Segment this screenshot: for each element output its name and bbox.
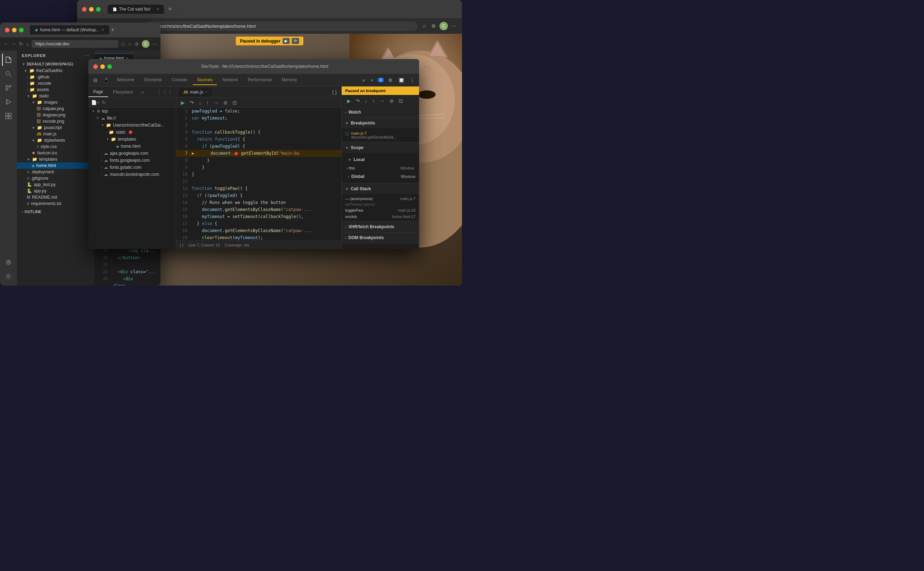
sidebar-item-stylecss[interactable]: # style.css — [17, 144, 94, 150]
code-tab-close-btn[interactable]: × — [205, 90, 207, 94]
sources-tab-filesystem[interactable]: Filesystem — [108, 88, 138, 97]
vscode-back-btn[interactable]: ← — [3, 41, 8, 47]
sources-new-snippet-btn[interactable]: 📄+ — [91, 100, 99, 105]
devtools-screenshot-btn[interactable]: 🔲 — [397, 76, 406, 84]
debug-step-into-btn[interactable]: ↓ — [197, 99, 203, 106]
vscode-tl-yellow[interactable] — [12, 28, 17, 32]
devtools-tab-performance[interactable]: Performance — [243, 75, 276, 85]
settings-icon[interactable]: ⚙ — [430, 22, 437, 30]
sidebar-item-mainjs[interactable]: JS main.js — [17, 131, 94, 137]
right-panel-more-btn[interactable]: ⊡ — [397, 97, 405, 105]
debug-step-btn[interactable]: → — [212, 99, 220, 106]
sources-tree-templates[interactable]: ▼ 📁 templates — [88, 136, 176, 143]
scope-section-header[interactable]: ▼ Scope — [342, 142, 419, 153]
sidebar-item-github[interactable]: › 📁 .github — [17, 74, 94, 80]
browser-tab-close[interactable]: × — [156, 7, 159, 12]
vscode-forward-btn[interactable]: → — [11, 41, 16, 47]
vscode-more-icon[interactable]: ⋯ — [152, 42, 157, 47]
breakpoints-section-header[interactable]: ▼ Breakpoints — [342, 118, 419, 128]
activity-git-icon[interactable] — [2, 82, 15, 94]
cs-item-togglepaw[interactable]: togglePaw main.js:16 — [342, 207, 419, 213]
vscode-tl-green[interactable] — [19, 28, 23, 32]
cs-item-anonymous[interactable]: — (anonymous) main.js:7 — [342, 196, 419, 202]
sources-tree-static[interactable]: › 📁 static — [88, 129, 176, 136]
sidebar-more-btn[interactable]: ··· — [85, 54, 89, 58]
sources-tree-fonts-google[interactable]: › ☁ fonts.googleapis.com — [88, 157, 176, 164]
sidebar-item-assets[interactable]: › 📁 assets — [17, 86, 94, 93]
browser-tab-active[interactable]: 📄 The Cat said No! × — [108, 5, 164, 14]
dt-tl-green[interactable] — [107, 64, 112, 69]
devtools-add-tab-btn[interactable]: + — [369, 76, 375, 84]
vscode-home-btn[interactable]: ⌂ — [26, 41, 29, 47]
sources-tree-fonts-gstatic[interactable]: › ☁ fonts.gstatic.com — [88, 164, 176, 171]
devtools-devices-btn[interactable]: 📱 — [101, 76, 111, 84]
vscode-editor-tab[interactable]: ◈ home.html — default (Worksp... × — [30, 25, 109, 34]
vscode-profile-icon[interactable]: C — [142, 40, 150, 48]
right-panel-deactivate-btn[interactable]: ⊘ — [388, 97, 396, 105]
vscode-bookmark-icon[interactable]: ☆ — [128, 42, 132, 47]
watch-section-header[interactable]: › Watch — [342, 107, 419, 117]
right-panel-step-over-btn[interactable]: ↷ — [354, 97, 362, 105]
sidebar-item-apptest[interactable]: 🐍 app_test.py — [17, 181, 94, 188]
sidebar-item-stylesheets[interactable]: ▼ 📁 stylesheets — [17, 137, 94, 144]
activity-debug-icon[interactable] — [2, 96, 15, 108]
sources-tab-options[interactable]: ⋮⋮⋮ — [153, 86, 176, 97]
devtools-settings-btn[interactable]: ⚙ — [387, 76, 394, 84]
vscode-new-tab-btn[interactable]: + — [109, 27, 116, 33]
sidebar-item-catpaw[interactable]: 🖼 catpaw.png — [17, 105, 94, 112]
traffic-light-yellow[interactable] — [89, 7, 94, 12]
sources-tree-users[interactable]: ▼ 📁 Users/chris/src/theCatSaidNo/... — [88, 122, 176, 129]
debug-more-btn[interactable]: ⊡ — [231, 99, 238, 106]
sidebar-item-deployment[interactable]: ≡ .deployment — [17, 169, 94, 175]
sidebar-item-dogpaw[interactable]: 🖼 dogpaw.png — [17, 112, 94, 118]
sidebar-item-javascript[interactable]: ▼ 📁 javascript — [17, 125, 94, 131]
dt-tl-yellow[interactable] — [100, 64, 105, 69]
activity-settings-icon[interactable] — [2, 270, 15, 283]
devtools-tab-welcome[interactable]: Welcome — [113, 75, 139, 85]
xhr-section-header[interactable]: › XHR/fetch Breakpoints — [342, 222, 419, 232]
devtools-tab-console[interactable]: Console — [167, 75, 192, 85]
sidebar-item-vscode[interactable]: › 📁 .vscode — [17, 80, 94, 86]
vscode-reload-btn[interactable]: ↻ — [19, 41, 23, 47]
more-options-icon[interactable]: ⋯ — [450, 22, 458, 30]
cs-item-onclick[interactable]: onclick home.html:17 — [342, 213, 419, 220]
sidebar-item-vscode-png[interactable]: 🖼 vscode.png — [17, 118, 94, 125]
devtools-more-btn[interactable]: ⋮ — [409, 76, 416, 84]
sidebar-outline-header[interactable]: › OUTLINE — [17, 208, 94, 215]
right-panel-step-into-btn[interactable]: ↓ — [363, 97, 369, 105]
vscode-share-icon[interactable]: ⬡ — [121, 42, 125, 47]
profile-icon[interactable]: C — [440, 22, 448, 30]
vscode-tab-close-btn[interactable]: × — [102, 28, 104, 32]
debug-deactivate-btn[interactable]: ⊘ — [222, 99, 229, 106]
sidebar-item-templates[interactable]: ▼ 📁 templates — [17, 156, 94, 162]
sidebar-item-static[interactable]: ▼ 📁 static — [17, 93, 94, 99]
vscode-settings-icon[interactable]: ⚙ — [135, 42, 139, 47]
browser-address-bar[interactable] — [145, 22, 418, 31]
debug-resume-btn[interactable]: ▶ — [179, 99, 186, 106]
code-format-btn[interactable]: { } — [330, 88, 339, 96]
devtools-tab-network[interactable]: Network — [218, 75, 242, 85]
sources-tab-page[interactable]: Page — [88, 87, 108, 97]
scope-local-header[interactable]: ▼ Local — [342, 154, 419, 165]
sidebar-item-requirements[interactable]: ≡ requirements.txt — [17, 201, 94, 207]
dt-tl-red[interactable] — [93, 64, 98, 69]
dom-section-header[interactable]: › DOM Breakpoints — [342, 232, 419, 243]
breakpoint-item-1[interactable]: ☑ main.js:7 document.getElementById(... — [342, 130, 419, 140]
sidebar-item-homehtml[interactable]: ◈ home.html — [17, 162, 94, 169]
scope-global-header[interactable]: › Global Window — [342, 171, 419, 182]
devtools-tab-elements[interactable]: Elements — [140, 75, 166, 85]
activity-explorer-icon[interactable] — [2, 54, 15, 66]
sources-tree-file[interactable]: ▼ ☁ file:// — [88, 115, 176, 122]
sidebar-item-images[interactable]: ▼ 📁 images — [17, 99, 94, 105]
debug-step-over-btn[interactable]: ↷ — [188, 99, 196, 106]
vscode-tl-red[interactable] — [5, 28, 9, 32]
sidebar-item-gitignore[interactable]: ≡ .gitignore — [17, 175, 94, 181]
activity-extensions-icon[interactable] — [2, 110, 15, 122]
sources-tree-ajax[interactable]: › ☁ ajax.googleapis.com — [88, 150, 176, 157]
right-panel-step-btn[interactable]: → — [378, 97, 386, 105]
sources-tree-homehtml[interactable]: ◈ home.html — [88, 143, 176, 150]
browser-new-tab-button[interactable]: + — [166, 6, 174, 13]
bookmark-icon[interactable]: ☆ — [421, 22, 428, 30]
callstack-section-header[interactable]: ▼ Call Stack — [342, 184, 419, 194]
sources-tab-more[interactable]: » — [138, 87, 147, 97]
